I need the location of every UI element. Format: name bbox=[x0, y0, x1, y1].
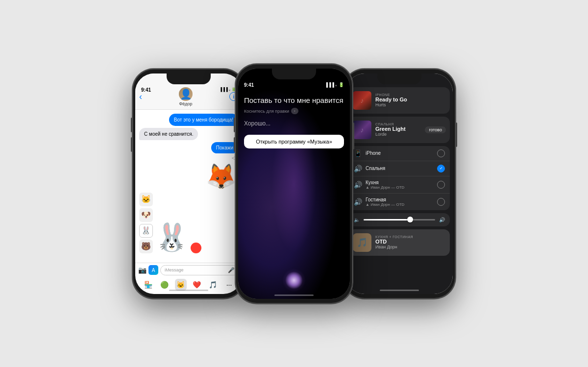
fox-animoji: 🦊 bbox=[206, 162, 236, 191]
siri-action-button[interactable]: Открыть программу «Музыка» bbox=[244, 135, 344, 148]
bottom-otd-card: 🎵 КУХНЯ + ГОСТИНАЯ OTD Иван Дорн bbox=[349, 229, 450, 256]
siri-hint-arrow: › bbox=[291, 108, 298, 114]
iphone-device-name: iPhone bbox=[366, 150, 433, 156]
camera-icon[interactable]: 📷 bbox=[138, 266, 147, 274]
device-list: 📱 iPhone 🔊 Спальня ✓ bbox=[349, 146, 450, 210]
gostinaya-icon: 🔊 bbox=[354, 198, 362, 206]
track-title-hurts: Ready to Go bbox=[375, 97, 446, 102]
app-icon-messages[interactable]: 🟢 bbox=[159, 279, 171, 291]
record-button[interactable] bbox=[191, 243, 201, 253]
vol-thumb bbox=[407, 217, 413, 222]
app-icon-more[interactable]: ··· bbox=[223, 279, 235, 291]
iphone-center: 9:41 ▐▐▐ ᵥ 🔋 Поставь то что мне нравится… bbox=[235, 64, 353, 304]
kuhnya-icon: 🔊 bbox=[354, 181, 362, 189]
status-icons-left: ▐▐▐ ᵥ 🔋 bbox=[220, 87, 236, 93]
kuhnya-check bbox=[437, 181, 445, 189]
done-badge[interactable]: готово bbox=[425, 126, 446, 133]
contact-name: Фёдор bbox=[179, 101, 192, 106]
now-playing-hurts: ♪ IPHONE Ready to Go Hurts bbox=[349, 87, 450, 114]
imessage-screen: 9:41 ▐▐▐ ᵥ 🔋 ‹ Фёдор i Вот это у меня бо… bbox=[135, 73, 242, 294]
iphone-right: ♪ IPHONE Ready to Go Hurts ♪ СПАЛЬНЯ bbox=[343, 69, 456, 299]
kuhnya-device-name: Кухня bbox=[366, 180, 433, 185]
home-indicator-left bbox=[169, 290, 208, 291]
animoji-thumb-3[interactable]: 🐰 bbox=[139, 224, 153, 238]
spalna-label: СПАЛЬНЯ bbox=[375, 122, 446, 126]
bottom-label: КУХНЯ + ГОСТИНАЯ bbox=[375, 235, 446, 239]
animoji-thumb-4[interactable]: 🐻 bbox=[139, 240, 153, 253]
album-art-otd: 🎵 bbox=[353, 233, 371, 252]
siri-response: Хорошо... bbox=[244, 120, 344, 127]
device-iphone[interactable]: 📱 iPhone bbox=[349, 146, 450, 161]
album-art-lorde: ♪ bbox=[353, 121, 371, 139]
siri-status-icons: ▐▐▐ ᵥ 🔋 bbox=[325, 82, 344, 88]
spalna-device-info: Спальня bbox=[366, 166, 433, 171]
vol-low-icon: 🔈 bbox=[354, 217, 360, 222]
gostinaya-check bbox=[437, 198, 445, 206]
message-bubble-1: Вот это у меня бородища! bbox=[169, 114, 238, 126]
gostinaya-sub: ▲ Иван Дорн — OTD bbox=[366, 202, 433, 207]
appstore-icon[interactable]: A bbox=[148, 265, 158, 275]
iphone-left: 9:41 ▐▐▐ ᵥ 🔋 ‹ Фёдор i Вот это у меня бо… bbox=[132, 69, 245, 299]
animoji-thumb-2[interactable]: 🐶 bbox=[139, 208, 153, 222]
home-indicator-center bbox=[274, 294, 314, 296]
track-artist-hurts: Hurts bbox=[375, 102, 446, 107]
bunny-animoji: 🐰 bbox=[155, 221, 189, 253]
phones-container: 9:41 ▐▐▐ ᵥ 🔋 ‹ Фёдор i Вот это у меня бо… bbox=[132, 64, 456, 304]
siri-status-bar: 9:41 ▐▐▐ ᵥ 🔋 bbox=[244, 82, 344, 88]
input-placeholder: iMessage bbox=[165, 268, 184, 272]
device-gostinaya[interactable]: 🔊 Гостиная ▲ Иван Дорн — OTD bbox=[349, 194, 450, 210]
app-icon-heart[interactable]: ❤️ bbox=[191, 279, 203, 291]
iphone-label: IPHONE bbox=[375, 93, 446, 97]
siri-power-btn[interactable] bbox=[353, 122, 354, 149]
spalna-icon: 🔊 bbox=[354, 165, 362, 172]
app-icon-animoji[interactable]: 🐱 bbox=[175, 279, 187, 291]
mic-icon[interactable]: 🎤 bbox=[228, 267, 235, 273]
volume-down-btn[interactable] bbox=[131, 137, 132, 152]
album-art-hurts: ♪ bbox=[353, 91, 371, 110]
gostinaya-device-name: Гостиная bbox=[366, 197, 433, 202]
iphone-check bbox=[437, 149, 445, 157]
right-power-btn[interactable] bbox=[456, 122, 457, 147]
kuhnya-device-info: Кухня ▲ Иван Дорн — OTD bbox=[366, 180, 433, 190]
gostinaya-device-info: Гостиная ▲ Иван Дорн — OTD bbox=[366, 197, 433, 207]
device-kuhnya[interactable]: 🔊 Кухня ▲ Иван Дорн — OTD bbox=[349, 176, 450, 194]
time-left: 9:41 bbox=[141, 87, 151, 93]
siri-screen: 9:41 ▐▐▐ ᵥ 🔋 Поставь то что мне нравится… bbox=[238, 69, 350, 299]
animoji-thumb-1[interactable]: 🐱 bbox=[139, 193, 153, 206]
siri-content: Поставь то что мне нравится Коснитесь дл… bbox=[244, 96, 344, 149]
spalna-check: ✓ bbox=[437, 165, 445, 172]
home-indicator-right bbox=[380, 290, 419, 291]
volume-bar: 🔈 🔊 bbox=[349, 213, 450, 226]
airplay-screen-wrap: ♪ IPHONE Ready to Go Hurts ♪ СПАЛЬНЯ bbox=[346, 73, 453, 294]
siri-main-text: Поставь то что мне нравится bbox=[244, 96, 344, 105]
message-bubble-2: С моей не сравнится. bbox=[139, 128, 198, 140]
status-bar-left: 9:41 ▐▐▐ ᵥ 🔋 bbox=[141, 87, 236, 93]
vol-track[interactable] bbox=[364, 219, 435, 220]
app-icon-music[interactable]: 🎵 bbox=[207, 279, 219, 291]
siri-volume-up[interactable] bbox=[234, 118, 235, 132]
back-button[interactable]: ‹ bbox=[139, 92, 142, 102]
messages-area: Вот это у меня бородища! С моей не сравн… bbox=[135, 110, 242, 263]
input-row: 📷 A iMessage 🎤 bbox=[138, 265, 239, 275]
track-info-hurts: IPHONE Ready to Go Hurts bbox=[375, 93, 446, 107]
volume-up-btn[interactable] bbox=[131, 118, 132, 132]
kuhnya-sub: ▲ Иван Дорн — OTD bbox=[366, 185, 433, 190]
bottom-artist: Иван Дорн bbox=[375, 245, 446, 249]
siri-wave bbox=[285, 271, 303, 289]
bottom-title: OTD bbox=[375, 239, 446, 245]
siri-volume-down[interactable] bbox=[234, 137, 235, 152]
app-icon-appstore[interactable]: 🏪 bbox=[143, 279, 154, 291]
now-playing-lorde: ♪ СПАЛЬНЯ Green Light Lorde готово bbox=[349, 117, 450, 143]
vol-high-icon: 🔊 bbox=[439, 217, 445, 222]
siri-wave-inner bbox=[285, 271, 303, 289]
bottom-track-info: КУХНЯ + ГОСТИНАЯ OTD Иван Дорн bbox=[375, 235, 446, 249]
notch-left bbox=[167, 73, 211, 84]
animoji-area: 🐱 🐶 🐰 🐻 🐰 bbox=[139, 193, 238, 253]
siri-time: 9:41 bbox=[244, 82, 254, 88]
device-spalna[interactable]: 🔊 Спальня ✓ bbox=[349, 161, 450, 176]
imessage-input[interactable]: iMessage 🎤 bbox=[160, 265, 239, 275]
iphone-device-info: iPhone bbox=[366, 150, 433, 156]
notch-center bbox=[272, 69, 316, 79]
animoji-panel: 🐱 🐶 🐰 🐻 bbox=[139, 193, 153, 253]
iphone-device-icon: 📱 bbox=[354, 149, 362, 157]
